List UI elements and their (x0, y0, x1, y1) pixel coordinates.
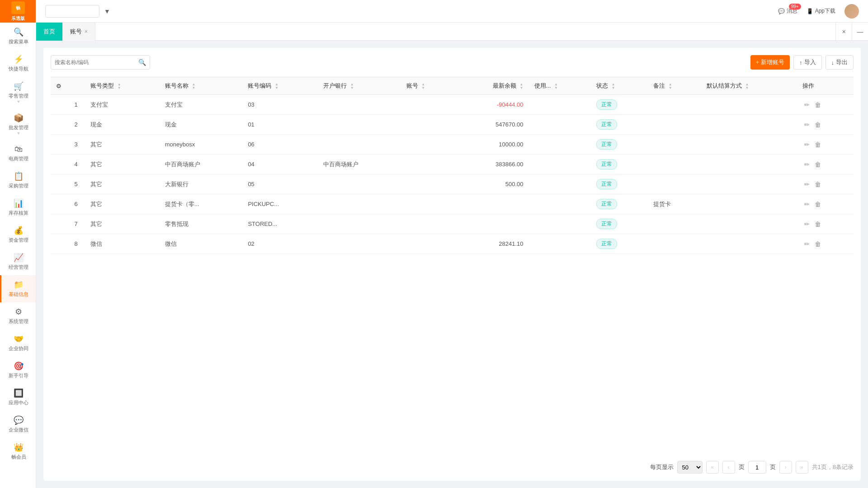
row-usage (529, 214, 591, 234)
sidebar-item-wholesale-mgmt[interactable]: 📦 批发管理 ▼ (0, 108, 36, 140)
sidebar-item-app-center[interactable]: 🔲 应用中心 (0, 384, 36, 411)
delete-button[interactable]: 🗑 (813, 160, 823, 169)
table-row: 1支付宝支付宝03-90444.00正常 ✏ 🗑 (51, 95, 854, 115)
svg-text:畅: 畅 (16, 5, 20, 10)
row-name: 支付宝 (160, 95, 243, 115)
first-page-button[interactable]: « (706, 461, 719, 474)
sidebar-item-enterprise-agreement[interactable]: 🤝 企业协同 (0, 329, 36, 357)
th-usage[interactable]: 使用... ▲▼ (529, 77, 591, 95)
edit-button[interactable]: ✏ (802, 160, 811, 169)
delete-button[interactable]: 🗑 (813, 239, 823, 249)
sidebar-item-label: 基础信息 (9, 291, 28, 298)
prev-page-button[interactable]: ‹ (722, 461, 735, 474)
user-avatar[interactable] (844, 4, 859, 19)
edit-button[interactable]: ✏ (802, 140, 811, 149)
row-remark (648, 155, 701, 174)
tab-close-icon[interactable]: × (85, 29, 88, 34)
th-bank[interactable]: 开户银行 ▲▼ (318, 77, 401, 95)
row-balance: 28241.10 (454, 234, 529, 254)
sidebar-item-ecommerce-mgmt[interactable]: 🛍 电商管理 (0, 140, 36, 167)
row-num: 1 (67, 95, 85, 115)
sidebar-item-retail-mgmt[interactable]: 🛒 零售管理 ▼ (0, 77, 36, 108)
th-default[interactable]: 默认结算方式 ▲▼ (701, 77, 797, 95)
th-remark[interactable]: 备注 ▲▼ (648, 77, 701, 95)
message-button[interactable]: 💬 消息 99+ (778, 7, 797, 15)
content-card: 🔍 + 新增账号 ↑ 导入 ↓ 导出 (43, 48, 861, 481)
sidebar-item-operation-mgmt[interactable]: 📈 经营管理 (0, 248, 36, 275)
topbar-dropdown-icon[interactable]: ▼ (104, 8, 110, 15)
tab-home[interactable]: 首页 (36, 23, 63, 41)
th-balance[interactable]: 最新余额 ▲▼ (454, 77, 529, 95)
pagination-info: 共1页，8条记录 (812, 463, 854, 471)
sidebar-item-basic-info[interactable]: 📁 基础信息 (0, 275, 36, 302)
next-page-button[interactable]: › (779, 461, 792, 474)
delete-button[interactable]: 🗑 (813, 180, 823, 189)
sort-icon: ▲▼ (669, 83, 672, 90)
sidebar-item-vip-member[interactable]: 👑 畅会员 (0, 438, 36, 465)
th-type[interactable]: 账号类型 ▲▼ (85, 77, 160, 95)
tab-minimize-button[interactable]: — (852, 23, 868, 41)
status-badge: 正常 (596, 159, 617, 169)
row-type: 其它 (85, 214, 160, 234)
sidebar-item-system-mgmt[interactable]: ⚙ 系统管理 (0, 302, 36, 329)
app-download-button[interactable]: 📱 App下载 (807, 7, 835, 15)
operation-mgmt-icon: 📈 (14, 253, 24, 263)
th-status[interactable]: 状态 ▲▼ (591, 77, 648, 95)
sidebar-item-label: 企业协同 (9, 345, 28, 352)
sidebar-item-search-menu[interactable]: 🔍 搜索菜单 (0, 23, 36, 50)
delete-button[interactable]: 🗑 (813, 140, 823, 149)
main-area: ▼ 💬 消息 99+ 📱 App下载 首页 账号 × × (36, 0, 868, 488)
enterprise-wechat-icon: 💬 (14, 415, 24, 425)
add-account-button[interactable]: + 新增账号 (750, 55, 790, 70)
th-account[interactable]: 账号 ▲▼ (401, 77, 454, 95)
delete-button[interactable]: 🗑 (813, 200, 823, 209)
sidebar-item-label: 电商管理 (9, 155, 28, 162)
row-usage (529, 135, 591, 155)
edit-button[interactable]: ✏ (802, 200, 811, 209)
row-name: moneybosx (160, 135, 243, 155)
th-gear[interactable]: ⚙ (51, 77, 67, 95)
page-size-select[interactable]: 50 10 20 100 (677, 461, 703, 474)
row-action: ✏ 🗑 (797, 194, 854, 214)
row-gear (51, 115, 67, 135)
accounts-table: ⚙ 账号类型 ▲▼ 账号名称 ▲▼ 账号编码 (51, 77, 854, 254)
sidebar-item-beginner-guide[interactable]: 🎯 新手引导 (0, 357, 36, 384)
sidebar-item-capital-mgmt[interactable]: 💰 资金管理 (0, 221, 36, 248)
edit-button[interactable]: ✏ (802, 120, 811, 129)
row-remark (648, 95, 701, 115)
row-default (701, 234, 797, 254)
row-status: 正常 (591, 194, 648, 214)
sidebar-item-inventory-calc[interactable]: 📊 库存核算 (0, 194, 36, 221)
sort-icon: ▲▼ (192, 83, 195, 90)
delete-button[interactable]: 🗑 (813, 220, 823, 229)
edit-button[interactable]: ✏ (802, 239, 811, 249)
row-action: ✏ 🗑 (797, 174, 854, 194)
search-icon[interactable]: 🔍 (138, 59, 146, 66)
table-row: 5其它大新银行05500.00正常 ✏ 🗑 (51, 174, 854, 194)
export-button[interactable]: ↓ 导出 (826, 55, 854, 70)
system-mgmt-icon: ⚙ (15, 307, 22, 317)
th-name[interactable]: 账号名称 ▲▼ (160, 77, 243, 95)
last-page-button[interactable]: » (796, 461, 808, 474)
topbar-search-input[interactable] (45, 5, 99, 18)
sidebar-item-purchase-mgmt[interactable]: 📋 采购管理 (0, 167, 36, 194)
delete-button[interactable]: 🗑 (813, 120, 823, 129)
row-usage (529, 174, 591, 194)
import-button[interactable]: ↑ 导入 (793, 55, 822, 70)
row-status: 正常 (591, 174, 648, 194)
edit-button[interactable]: ✏ (802, 180, 811, 189)
edit-button[interactable]: ✏ (802, 100, 811, 109)
tab-account[interactable]: 账号 × (63, 23, 95, 41)
row-code: 03 (242, 95, 318, 115)
tab-close-button[interactable]: × (835, 23, 852, 41)
sidebar-item-enterprise-wechat[interactable]: 💬 企业微信 (0, 411, 36, 438)
edit-button[interactable]: ✏ (802, 220, 811, 229)
page-number-input[interactable] (748, 461, 766, 474)
content-toolbar: 🔍 + 新增账号 ↑ 导入 ↓ 导出 (51, 55, 854, 70)
row-gear (51, 135, 67, 155)
row-account (401, 95, 454, 115)
search-input[interactable] (55, 59, 138, 66)
th-code[interactable]: 账号编码 ▲▼ (242, 77, 318, 95)
sidebar-item-quick-nav[interactable]: ⚡ 快捷导航 (0, 50, 36, 77)
delete-button[interactable]: 🗑 (813, 100, 823, 109)
